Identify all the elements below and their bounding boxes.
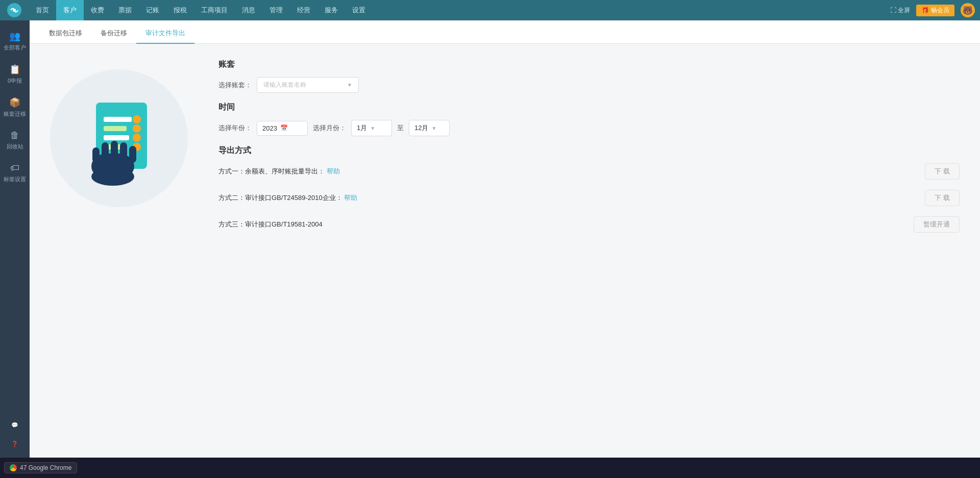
method-3-open-btn[interactable]: 暂缓开通 <box>914 216 960 233</box>
sidebar-label-recycle: 回收站 <box>7 143 23 150</box>
svg-point-1 <box>13 9 16 12</box>
vip-label: 畅会员 <box>931 6 949 15</box>
nav-operation[interactable]: 经营 <box>290 0 317 20</box>
nav-accounting[interactable]: 记账 <box>139 0 166 20</box>
svg-rect-3 <box>104 117 132 122</box>
account-select-placeholder: 请输入账套名称 <box>263 81 306 89</box>
method-1-help-link[interactable]: 帮助 <box>327 167 340 175</box>
svg-rect-15 <box>111 141 118 163</box>
fullscreen-icon: ⛶ <box>890 7 896 14</box>
account-form-row: 选择账套： 请输入账套名称 ▼ <box>218 77 960 93</box>
tab-data-migrate[interactable]: 数据包迁移 <box>40 23 91 44</box>
taskbar: 47 Google Chrome <box>0 458 980 478</box>
recycle-icon: 🗑 <box>10 130 19 141</box>
nav-service[interactable]: 服务 <box>317 0 345 20</box>
logo <box>5 1 23 19</box>
sidebar-label-settings: 标签设置 <box>4 175 26 183</box>
month-start-chevron-icon: ▼ <box>370 125 375 131</box>
nav-manage[interactable]: 管理 <box>262 0 290 20</box>
year-label: 选择年份： <box>218 123 252 133</box>
month-start-value: 1月 <box>357 123 367 133</box>
svg-rect-13 <box>92 147 100 163</box>
nav-home[interactable]: 首页 <box>29 0 56 20</box>
method-1-download-btn[interactable]: 下 载 <box>925 163 960 180</box>
export-section-title: 导出方式 <box>218 145 960 156</box>
tab-backup-migrate[interactable]: 备份迁移 <box>91 23 136 44</box>
method-1-label: 方式一：余额表、序时账批量导出： 帮助 <box>218 167 340 176</box>
taskbar-chrome-label: 47 Google Chrome <box>20 464 71 471</box>
migrate-icon: 📦 <box>9 97 20 108</box>
page-content: 账套 选择账套： 请输入账套名称 ▼ 时间 选择年份： 2023 📅 <box>30 44 980 458</box>
customers-icon: 👥 <box>9 31 20 42</box>
tab-audit-export[interactable]: 审计文件导出 <box>136 23 194 44</box>
svg-point-8 <box>133 124 141 133</box>
sidebar-item-recycle[interactable]: 🗑 回收站 <box>0 125 30 156</box>
svg-rect-4 <box>104 126 127 131</box>
fullscreen-label: 全屏 <box>898 6 910 15</box>
sidebar-item-account-migrate[interactable]: 📦 账套迁移 <box>0 92 30 123</box>
left-sidebar: 👥 全部客户 📋 0申报 📦 账套迁移 🗑 回收站 🏷 标签设置 💬 ❓ <box>0 20 30 458</box>
nav-message[interactable]: 消息 <box>235 0 262 20</box>
month-end-chevron-icon: ▼ <box>431 125 436 131</box>
time-form-row: 选择年份： 2023 📅 选择月份： 1月 ▼ 至 12月 ▼ <box>218 120 960 136</box>
sidebar-item-all-customers[interactable]: 👥 全部客户 <box>0 26 30 57</box>
taskbar-chrome[interactable]: 47 Google Chrome <box>4 462 77 473</box>
sidebar-help[interactable]: ❓ <box>0 436 30 452</box>
account-select[interactable]: 请输入账套名称 ▼ <box>257 77 359 93</box>
nav-business[interactable]: 工商项目 <box>194 0 235 20</box>
avatar[interactable]: 🐻 <box>961 3 975 17</box>
svg-point-9 <box>133 134 141 142</box>
month-end-value: 12月 <box>414 123 428 133</box>
svg-point-7 <box>133 115 141 123</box>
top-nav: 首页 客户 收费 票据 记账 报税 工商项目 消息 管理 经营 服务 设置 ⛶ … <box>0 0 980 20</box>
help-icon: ❓ <box>11 441 18 447</box>
nav-invoice[interactable]: 票据 <box>111 0 139 20</box>
time-section-title: 时间 <box>218 102 960 113</box>
sidebar-label-all-customers: 全部客户 <box>4 44 26 52</box>
year-value: 2023 <box>262 124 277 132</box>
calendar-icon: 📅 <box>280 124 288 132</box>
month-end-select[interactable]: 12月 ▼ <box>409 120 450 136</box>
export-method-3: 方式三：审计接口GB/T19581-2004 暂缓开通 <box>218 216 960 233</box>
year-input[interactable]: 2023 📅 <box>257 121 308 136</box>
nav-items: 首页 客户 收费 票据 记账 报税 工商项目 消息 管理 经营 服务 设置 <box>29 0 890 20</box>
method-2-help-link[interactable]: 帮助 <box>344 194 357 202</box>
export-method-2: 方式二：审计接口GB/T24589-2010企业： 帮助 下 载 <box>218 190 960 206</box>
method-2-label: 方式二：审计接口GB/T24589-2010企业： 帮助 <box>218 193 357 203</box>
label-settings-icon: 🏷 <box>10 163 19 173</box>
zero-declare-icon: 📋 <box>9 64 20 75</box>
account-label: 选择账套： <box>218 81 252 90</box>
chrome-icon <box>10 464 17 471</box>
nav-right: ⛶ 全屏 🎁 畅会员 🐻 <box>890 3 975 17</box>
content-area: 数据包迁移 备份迁移 审计文件导出 <box>30 20 980 458</box>
illustration-area <box>50 69 188 207</box>
sidebar-label-migrate: 账套迁移 <box>4 110 26 118</box>
main-layout: 👥 全部客户 📋 0申报 📦 账套迁移 🗑 回收站 🏷 标签设置 💬 ❓ <box>0 20 980 458</box>
fullscreen-btn[interactable]: ⛶ 全屏 <box>890 6 910 15</box>
to-text: 至 <box>397 123 404 133</box>
sidebar-chat[interactable]: 💬 <box>0 417 30 434</box>
month-label: 选择月份： <box>313 123 346 133</box>
sidebar-item-zero-declare[interactable]: 📋 0申报 <box>0 59 30 90</box>
chat-icon: 💬 <box>11 422 18 429</box>
method-3-label: 方式三：审计接口GB/T19581-2004 <box>218 220 323 229</box>
method-2-download-btn[interactable]: 下 载 <box>925 190 960 206</box>
vip-button[interactable]: 🎁 畅会员 <box>916 5 954 16</box>
vip-icon: 🎁 <box>921 7 929 14</box>
sidebar-label-zero-declare: 0申报 <box>8 77 22 85</box>
svg-rect-16 <box>120 142 127 163</box>
nav-fees[interactable]: 收费 <box>84 0 111 20</box>
chevron-down-icon: ▼ <box>347 82 352 88</box>
nav-settings[interactable]: 设置 <box>345 0 373 20</box>
form-area: 账套 选择账套： 请输入账套名称 ▼ 时间 选择年份： 2023 📅 <box>218 59 960 243</box>
illustration-circle <box>50 69 188 207</box>
month-start-select[interactable]: 1月 ▼ <box>351 120 392 136</box>
sidebar-item-label-settings[interactable]: 🏷 标签设置 <box>0 158 30 188</box>
svg-rect-14 <box>102 142 109 163</box>
export-method-1: 方式一：余额表、序时账批量导出： 帮助 下 载 <box>218 163 960 180</box>
nav-customer[interactable]: 客户 <box>56 0 84 20</box>
nav-tax[interactable]: 报税 <box>166 0 194 20</box>
account-section-title: 账套 <box>218 59 960 70</box>
illustration-svg <box>73 87 165 189</box>
svg-rect-5 <box>104 135 129 140</box>
